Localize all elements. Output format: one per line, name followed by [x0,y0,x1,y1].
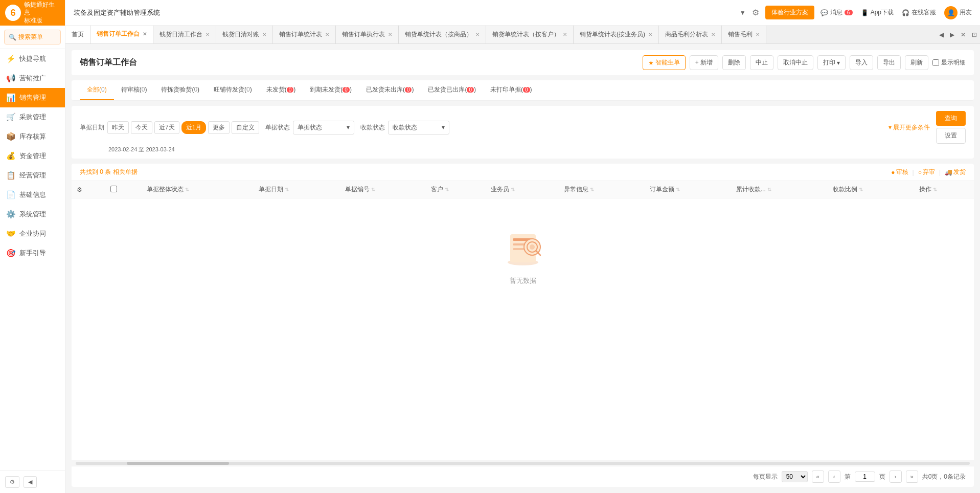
table-scroll[interactable]: ⚙单据整体状态单据日期单据编号客户业务员异常信息订单金额累计收款...收款比例操… [72,181,974,460]
filter-tab-pending-inspect[interactable]: 待拣货验货(0) [154,80,207,100]
col-header-exception[interactable]: 异常信息 [559,181,645,198]
tab-cash-daily-clear[interactable]: 钱货日清工作台✕ [153,26,216,44]
review-button[interactable]: ● 审核 [891,168,908,176]
expand-conditions-button[interactable]: ▾ 展开更多条件 [888,123,930,132]
next-page-btn[interactable]: › [890,470,902,483]
tab-sales-order-workbench[interactable]: 销售订单工作台✕ [90,26,153,44]
search-menu-button[interactable]: 🔍 搜索菜单 [4,30,61,44]
tab-scroll-right[interactable]: ▶ [947,26,958,44]
print-button[interactable]: 打印 ▾ [817,55,846,70]
tab-close-sales-order-stats[interactable]: ✕ [325,32,329,37]
horizontal-scrollbar[interactable] [72,460,974,466]
delete-button[interactable]: 删除 [722,55,746,70]
filter-tab-pending-review[interactable]: 待审核(0) [114,80,154,100]
tab-sales-order-exec[interactable]: 销售订单执行表✕ [336,26,399,44]
sidebar-item-quick-nav[interactable]: ⚡ 快捷导航 [0,49,65,69]
tab-scroll-left[interactable]: ◀ [936,26,947,44]
tab-home[interactable]: 首页 [65,26,90,44]
show-details-checkbox[interactable] [932,59,939,66]
refresh-button[interactable]: 刷新 [905,55,928,70]
scrollbar-thumb[interactable] [127,462,229,465]
system-dropdown[interactable]: ▼ [740,9,746,16]
show-details-label[interactable]: 显示明细 [932,58,966,67]
tab-sales-profit[interactable]: 销售毛利✕ [722,26,766,44]
settings-bottom-button[interactable]: ⚙ [5,476,19,488]
settings-button[interactable]: 设置 [936,128,966,144]
filter-tab-all[interactable]: 全部(0) [80,80,114,100]
tab-product-margin[interactable]: 商品毛利分析表✕ [659,26,722,44]
tab-close-sales-order-workbench[interactable]: ✕ [143,31,147,37]
filter-tab-not-shipped[interactable]: 未发货(0) [259,80,303,100]
add-button[interactable]: + 新增 [690,55,718,70]
reject-button[interactable]: ○ 弃审 [918,168,935,176]
per-page-select[interactable]: 50 100 200 [782,471,808,482]
user-item[interactable]: 👤 用友 [944,6,972,19]
sidebar-item-purchase-mgmt[interactable]: 🛒 采购管理 [0,107,65,127]
sidebar-item-finance-mgmt[interactable]: 💰 资金管理 [0,146,65,166]
collapse-sidebar-button[interactable]: ◀ [24,476,37,488]
sidebar-item-system-mgmt[interactable]: ⚙️ 系统管理 [0,205,65,224]
col-header-number[interactable]: 单据编号 [340,181,426,198]
scrollbar-track[interactable] [76,462,970,465]
sidebar-item-basic-info[interactable]: 📄 基础信息 [0,185,65,205]
cancel-stop-button[interactable]: 取消中止 [778,55,813,70]
sidebar-item-inventory-check[interactable]: 📦 库存核算 [0,127,65,146]
tab-close-all[interactable]: ✕ [958,26,969,44]
col-header-salesperson[interactable]: 业务员 [486,181,559,198]
tab-close-cash-goods-reconcile[interactable]: ✕ [262,32,266,37]
sidebar-item-business-mgmt[interactable]: 📋 经营管理 [0,166,65,185]
tab-close-sales-stats-by-product[interactable]: ✕ [475,32,480,37]
stop-button[interactable]: 中止 [750,55,773,70]
sidebar-item-sales-mgmt[interactable]: 📊 销售管理 [0,88,65,107]
filter-tab-not-printed[interactable]: 未打印单据(0) [483,80,539,100]
col-header-received[interactable]: 累计收款... [731,181,828,198]
page-input[interactable] [855,472,875,482]
import-button[interactable]: 导入 [850,55,873,70]
tab-sales-order-stats[interactable]: 销售订单统计表✕ [273,26,336,44]
app-download-item[interactable]: 📱 App下载 [861,8,894,17]
smart-create-button[interactable]: ★ 智能生单 [643,55,686,70]
prev-page-btn[interactable]: ‹ [828,470,840,483]
date-btn-自定义[interactable]: 自定义 [232,121,259,134]
col-header-date[interactable]: 单据日期 [254,181,339,198]
col-settings-icon[interactable]: ⚙ [77,186,82,193]
filter-tab-overdue-not-shipped[interactable]: 到期未发货(0) [303,80,359,100]
tab-close-sales-profit[interactable]: ✕ [756,32,760,37]
ship-button[interactable]: 🚚 发货 [945,168,966,176]
filter-tab-shipped-not-out[interactable]: 已发货未出库(0) [359,80,421,100]
topbar-gear-icon[interactable]: ⚙ [752,8,759,17]
filter-tab-wangpu-pending-ship[interactable]: 旺铺待发货(0) [207,80,259,100]
select-all-checkbox[interactable] [110,186,117,192]
col-header-amount[interactable]: 订单金额 [645,181,731,198]
date-btn-近7天[interactable]: 近7天 [154,121,179,134]
tab-close-cash-daily-clear[interactable]: ✕ [206,32,210,37]
tab-sales-stats-by-customer[interactable]: 销货单统计表（按客户）✕ [486,26,574,44]
date-btn-今天[interactable]: 今天 [131,121,152,134]
export-button[interactable]: 导出 [877,55,901,70]
tab-close-product-margin[interactable]: ✕ [711,32,715,37]
sidebar-item-marketing[interactable]: 📢 营销推广 [0,69,65,88]
tab-sales-stats-by-product[interactable]: 销货单统计表（按商品）✕ [399,26,486,44]
tab-close-sales-stats-by-customer[interactable]: ✕ [563,32,567,37]
industry-btn[interactable]: 体验行业方案 [765,6,814,19]
date-btn-近1月[interactable]: 近1月 [181,121,207,134]
tab-close-sales-order-exec[interactable]: ✕ [388,32,392,37]
message-item[interactable]: 💬 消息 6 [821,8,853,17]
tab-sales-stats-by-salesperson[interactable]: 销货单统计表(按业务员)✕ [574,26,659,44]
tab-close-sales-stats-by-salesperson[interactable]: ✕ [648,32,652,37]
filter-tab-shipped-out[interactable]: 已发货已出库(0) [421,80,483,100]
query-button[interactable]: 查询 [936,111,966,126]
col-header-ratio[interactable]: 收款比例 [828,181,914,198]
tab-cash-goods-reconcile[interactable]: 钱货日清对账✕ [216,26,273,44]
sidebar-item-enterprise-coop[interactable]: 🤝 企业协同 [0,224,65,243]
col-header-status[interactable]: 单据整体状态 [142,181,254,198]
date-btn-昨天[interactable]: 昨天 [107,121,129,134]
sidebar-item-new-guide[interactable]: 🎯 新手引导 [0,243,65,263]
online-service-item[interactable]: 🎧 在线客服 [902,8,936,17]
last-page-btn[interactable]: » [906,470,918,483]
status-select[interactable]: 单据状态 ▾ [293,121,354,135]
tab-expand[interactable]: ⊡ [969,26,980,44]
payment-select[interactable]: 收款状态 ▾ [388,121,449,135]
col-header-customer[interactable]: 客户 [426,181,486,198]
date-btn-更多[interactable]: 更多 [208,121,230,134]
